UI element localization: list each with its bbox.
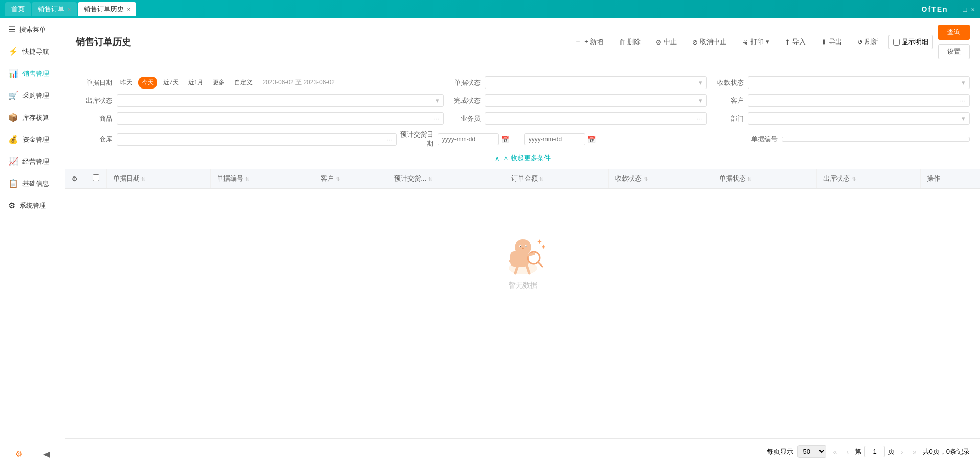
page-unit-label: 页 — [888, 447, 895, 456]
sidebar-settings-icon[interactable]: ⚙ — [15, 449, 22, 459]
delete-button[interactable]: 🗑 删除 — [613, 35, 646, 49]
data-table: ⚙ 单据日期 ⇅ 单据编号 ⇅ 客户 ⇅ 预计交货... ⇅ 订单金额 ⇅ 收款… — [65, 169, 980, 331]
date-btn-today[interactable]: 今天 — [138, 77, 157, 89]
window-minimize[interactable]: — — [952, 6, 959, 13]
display-detail-input[interactable] — [893, 39, 900, 46]
tab-sales-order-history[interactable]: 销售订单历史 × — [78, 2, 136, 16]
import-icon: ⬆ — [785, 38, 790, 46]
refresh-button[interactable]: ↺ 刷新 — [852, 35, 883, 49]
order-status-select[interactable]: ▾ — [485, 76, 706, 89]
sidebar-bottom: ⚙ ◀ — [0, 444, 65, 464]
cancel-stop-icon: ⊘ — [692, 38, 698, 46]
sidebar-item-operations[interactable]: 📈 经营管理 — [0, 150, 65, 172]
delivery-date-start[interactable] — [438, 133, 499, 145]
tab-home[interactable]: 首页 — [5, 2, 31, 16]
customer-input[interactable]: ··· — [748, 94, 970, 107]
basics-icon: 📋 — [8, 179, 18, 188]
table-col-customer: 客户 ⇅ — [314, 169, 388, 189]
table-col-settings[interactable]: ⚙ — [65, 169, 86, 189]
delivery-date-end[interactable] — [524, 133, 585, 145]
quicknav-icon: ⚡ — [8, 47, 18, 56]
total-info: 共0页，0条记录 — [923, 447, 970, 456]
close-tab-sales-order[interactable]: × — [67, 6, 71, 12]
svg-point-7 — [522, 248, 524, 249]
salesperson-input[interactable]: ··· — [485, 112, 706, 125]
sidebar-item-search[interactable]: ☰ 搜索菜单 — [0, 18, 65, 40]
sort-customer-icon[interactable]: ⇅ — [336, 176, 340, 182]
sidebar-item-finance[interactable]: 💰 资金管理 — [0, 128, 65, 150]
export-icon: ⬇ — [821, 38, 827, 46]
top-bar-right: OfTEn — □ × — [922, 5, 975, 13]
completion-status-select[interactable]: ▾ — [485, 94, 706, 107]
purchase-icon: 🛒 — [8, 91, 18, 100]
page-size-select[interactable]: 50 10 20 100 — [797, 445, 826, 458]
completion-status-chevron: ▾ — [699, 97, 702, 104]
first-page-button[interactable]: « — [830, 447, 840, 457]
last-page-button[interactable]: » — [909, 447, 920, 457]
collapse-filter-btn[interactable]: ∧ ∧ 收起更多条件 — [76, 153, 970, 163]
date-btn-1month[interactable]: 近1月 — [185, 77, 208, 89]
sort-number-icon[interactable]: ⇅ — [245, 176, 249, 182]
date-range-text: 2023-06-02 至 2023-06-02 — [262, 78, 334, 87]
calendar-end-icon[interactable]: 📅 — [587, 136, 596, 143]
warehouse-dots-btn[interactable]: ··· — [386, 136, 392, 143]
calendar-start-icon[interactable]: 📅 — [501, 136, 509, 143]
sidebar-item-inventory[interactable]: 📦 库存核算 — [0, 106, 65, 128]
page-number-input[interactable] — [864, 446, 885, 457]
filter-row-3: 商品 ··· 业务员 ··· 部门 — [76, 112, 970, 125]
new-button[interactable]: ＋ + 新增 — [569, 35, 608, 49]
sidebar-item-system[interactable]: ⚙ 系统管理 — [0, 194, 65, 216]
sidebar-label-basics: 基础信息 — [22, 179, 49, 188]
export-button[interactable]: ⬇ 导出 — [816, 35, 847, 49]
inventory-icon: 📦 — [8, 113, 18, 122]
outbound-status-select[interactable]: ▾ — [117, 94, 444, 107]
department-select[interactable]: ▾ — [748, 112, 970, 125]
print-button[interactable]: 🖨 打印 ▾ — [737, 35, 774, 49]
display-detail-checkbox[interactable]: 显示明细 — [888, 35, 933, 49]
sort-amount-icon[interactable]: ⇅ — [539, 176, 543, 182]
product-dots-btn[interactable]: ··· — [434, 115, 439, 122]
window-close[interactable]: × — [971, 6, 975, 13]
sidebar-item-purchase[interactable]: 🛒 采购管理 — [0, 84, 65, 106]
sales-icon: 📊 — [8, 69, 18, 78]
sort-receipt-icon[interactable]: ⇅ — [644, 176, 648, 182]
date-btn-custom[interactable]: 自定义 — [231, 77, 256, 89]
query-button[interactable]: 查询 — [938, 25, 970, 40]
customer-dots-btn[interactable]: ··· — [960, 97, 965, 104]
sort-outbound-icon[interactable]: ⇅ — [852, 176, 856, 182]
date-btn-7days[interactable]: 近7天 — [159, 77, 183, 89]
receipt-status-select[interactable]: ▾ — [748, 76, 970, 89]
sidebar-item-sales[interactable]: 📊 销售管理 — [0, 62, 65, 84]
empty-state-cell: ✦ ✦ 暂无数据 — [65, 189, 980, 332]
filter-row-4: 仓库 ··· 预计交货日期 📅 — 📅 单据编号 — [76, 130, 970, 148]
sort-date-icon[interactable]: ⇅ — [141, 176, 145, 182]
sort-delivery-icon[interactable]: ⇅ — [428, 176, 432, 182]
import-button[interactable]: ⬆ 导入 — [780, 35, 811, 49]
sidebar-collapse-icon[interactable]: ◀ — [43, 449, 50, 459]
salesperson-dots-btn[interactable]: ··· — [697, 115, 702, 122]
table-col-checkbox[interactable] — [86, 169, 106, 189]
tab-sales-order[interactable]: 销售订单 × — [32, 2, 77, 16]
next-page-button[interactable]: › — [898, 447, 906, 457]
prev-page-button[interactable]: ‹ — [843, 447, 852, 457]
date-btn-yesterday[interactable]: 昨天 — [117, 77, 136, 89]
window-maximize[interactable]: □ — [963, 6, 967, 13]
svg-point-5 — [520, 246, 521, 247]
cancel-stop-button[interactable]: ⊘ 取消中止 — [687, 35, 732, 49]
product-input[interactable]: ··· — [117, 112, 444, 125]
brand-label: OfTEn — [922, 5, 948, 13]
sidebar-label-search: 搜索菜单 — [19, 25, 46, 34]
svg-line-12 — [528, 254, 534, 255]
sidebar-item-quicknav[interactable]: ⚡ 快捷导航 — [0, 40, 65, 62]
table-col-amount: 订单金额 ⇅ — [505, 169, 608, 189]
order-number-input[interactable] — [782, 137, 970, 142]
settings-button[interactable]: 设置 — [938, 44, 970, 59]
close-tab-sales-order-history[interactable]: × — [127, 6, 130, 12]
date-btn-more[interactable]: 更多 — [209, 77, 229, 89]
sidebar-item-basics[interactable]: 📋 基础信息 — [0, 172, 65, 194]
filter-row-1: 单据日期 昨天 今天 近7天 近1月 更多 自定义 2023-06-02 至 2… — [76, 76, 970, 89]
warehouse-input[interactable]: ··· — [117, 133, 397, 146]
stop-button[interactable]: ⊘ 中止 — [651, 35, 682, 49]
select-all-checkbox[interactable] — [93, 174, 99, 181]
sort-order-icon[interactable]: ⇅ — [747, 176, 751, 182]
